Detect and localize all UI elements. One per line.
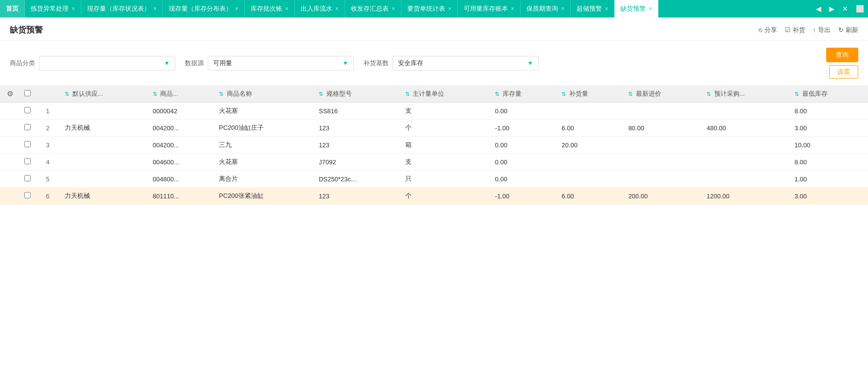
tab-2[interactable]: 现存量（库存状况表） × [81,0,163,18]
close-icon[interactable]: × [335,5,339,12]
est-purchase-column-header[interactable]: ⇅ 预计采购... [702,86,790,103]
row-replenish: 20.00 [557,137,623,154]
row-num: 3 [36,137,60,154]
gear-icon[interactable]: ⚙ [7,89,13,98]
chevron-down-icon: ▼ [164,60,170,67]
latest-price-column-header[interactable]: ⇅ 最新进价 [623,86,702,103]
close-icon[interactable]: × [153,5,157,12]
row-est-purchase: 480.00 [702,120,790,137]
nav-next-arrow[interactable]: ▶ [825,5,838,13]
refresh-action[interactable]: ↻ 刷新 [838,26,858,35]
row-spec: 123 [314,120,400,137]
tab-3[interactable]: 现存量（库存分布表） × [163,0,245,18]
min-stock-column-header[interactable]: ⇅ 最低库存 [790,86,868,103]
row-est-purchase: 1200.00 [702,188,790,205]
stock-column-header[interactable]: ⇅ 库存量 [490,86,557,103]
row-supplier [60,154,148,171]
row-checkbox[interactable] [24,175,31,181]
row-est-purchase [702,103,790,120]
select-all-checkbox[interactable] [24,90,31,96]
close-icon[interactable]: × [649,5,652,12]
tab-9[interactable]: 保质期查询 × [521,0,571,18]
row-spec: 123 [314,188,400,205]
close-icon[interactable]: × [448,5,452,12]
export-icon: ↑ [813,26,816,34]
row-checkbox[interactable] [24,158,31,164]
nav-prev-arrow[interactable]: ◀ [812,5,825,13]
replenish-column-header[interactable]: ⇅ 补货量 [557,86,623,103]
export-action[interactable]: ↑ 导出 [813,26,831,35]
row-supplier: 力天机械 [60,120,148,137]
replenish-base-select[interactable]: 安全库存 ▼ [393,56,539,70]
row-checkbox[interactable] [24,192,31,198]
row-product-code: 0000042 [148,103,214,120]
table-row: 4 004600... 火花塞 J7092 支 0.00 8.00 [0,154,868,171]
row-checkbox-cell [19,137,36,154]
close-icon[interactable]: × [392,5,395,12]
nav-expand-icon[interactable]: ⬜ [852,5,868,13]
datasource-select[interactable]: 可用量 ▼ [208,56,354,70]
row-supplier: 力天机械 [60,188,148,205]
table-row: 1 0000042 火花塞 SS816 支 0.00 8.00 [0,103,868,120]
replenish-base-filter-group: 补货基数 安全库存 ▼ [363,56,539,70]
product-name-column-header[interactable]: ⇅ 商品名称 [214,86,314,103]
close-icon[interactable]: × [235,5,238,12]
replenish-base-label: 补货基数 [363,59,389,68]
close-icon[interactable]: × [511,5,514,12]
tab-8[interactable]: 可用量库存账本 × [458,0,521,18]
row-num: 4 [36,154,60,171]
tab-11-active[interactable]: 缺货预警 × [615,0,658,18]
row-gear-cell [0,120,19,137]
row-checkbox[interactable] [24,124,31,130]
row-checkbox-cell [19,188,36,205]
chevron-down-icon: ▼ [527,60,533,67]
replenish-action[interactable]: ☑ 补货 [785,26,805,35]
tab-7[interactable]: 要货单统计表 × [401,0,458,18]
close-icon[interactable]: × [285,5,289,12]
row-stock: 0.00 [490,103,557,120]
tab-home[interactable]: 首页 [0,0,25,18]
row-latest-price [623,137,702,154]
row-est-purchase [702,171,790,188]
row-gear-cell [0,171,19,188]
sort-icon: ⇅ [706,91,711,97]
tab-6[interactable]: 收发存汇总表 × [345,0,401,18]
close-icon[interactable]: × [72,5,75,12]
datasource-filter-group: 数据源 可用量 ▼ [185,56,354,70]
row-checkbox-cell [19,154,36,171]
category-select[interactable]: ▼ [39,56,175,70]
row-latest-price: 200.00 [623,188,702,205]
product-code-column-header[interactable]: ⇅ 商品... [148,86,214,103]
row-checkbox[interactable] [24,107,31,113]
row-checkbox-cell [19,171,36,188]
row-min-stock: 10.00 [790,137,868,154]
share-action[interactable]: ⎋ 分享 [759,26,777,35]
datasource-value: 可用量 [213,59,232,68]
category-filter-group: 商品分类 ▼ [10,56,175,70]
close-icon[interactable]: × [605,5,608,12]
tab-10[interactable]: 超储预警 × [571,0,615,18]
row-stock: 0.00 [490,137,557,154]
unit-column-header[interactable]: ⇅ 主计量单位 [400,86,490,103]
nav-close-icon[interactable]: ✕ [838,5,852,13]
row-product-code: 004200... [148,137,214,154]
replenish-icon: ☑ [785,26,791,34]
row-unit: 个 [400,188,490,205]
query-button[interactable]: 查询 [826,48,858,62]
tab-4[interactable]: 库存批次账 × [245,0,295,18]
row-supplier [60,103,148,120]
tab-1[interactable]: 拣货异常处理 × [25,0,81,18]
tab-5[interactable]: 出入库流水 × [295,0,345,18]
spec-column-header[interactable]: ⇅ 规格型号 [314,86,400,103]
row-checkbox-cell [19,120,36,137]
settings-button[interactable]: 设置 [829,65,858,79]
replenish-base-value: 安全库存 [398,59,423,68]
row-product-code: 801110... [148,188,214,205]
row-unit: 支 [400,154,490,171]
supplier-column-header[interactable]: ⇅ 默认供应... [60,86,148,103]
data-table: ⚙ ⇅ 默认供应... ⇅ 商品... ⇅ [0,86,868,205]
sort-icon: ⇅ [495,91,499,97]
close-icon[interactable]: × [561,5,564,12]
row-checkbox[interactable] [24,141,31,147]
row-min-stock: 8.00 [790,154,868,171]
